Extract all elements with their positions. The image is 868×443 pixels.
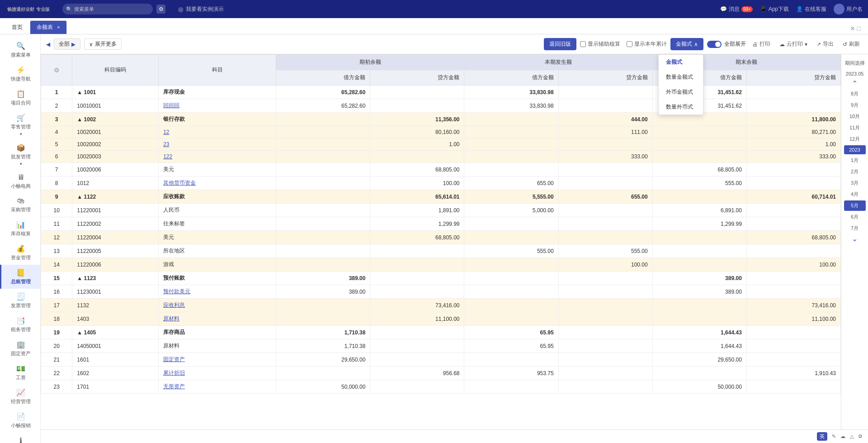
row-subject[interactable]: 无形资产	[159, 380, 276, 394]
period-year-2023-05[interactable]: 2023.05	[844, 69, 866, 78]
subject-link[interactable]: 其他货币资金	[163, 180, 196, 186]
sidebar-item-operation[interactable]: 📈 经营管理	[0, 385, 40, 409]
period-3[interactable]: 3月	[844, 178, 866, 188]
aux-checkbox-input[interactable]	[580, 41, 586, 47]
search-menu[interactable]: 🔍 搜索菜单	[62, 4, 153, 14]
sidebar-item-salary[interactable]: 💵 工资	[0, 361, 40, 385]
sidebar-item-capital[interactable]: 💰 资金管理	[0, 241, 40, 265]
online-service-btn[interactable]: 👤 在线客服	[796, 5, 826, 13]
print-btn[interactable]: 🖨 打印	[750, 39, 773, 49]
row-subject[interactable]: 应收利息	[159, 299, 276, 312]
row-subject[interactable]: 累计折旧	[159, 367, 276, 380]
table-row: 15 ▲ 1123 预付账款 389.00 389.00	[41, 272, 841, 285]
expand-all-toggle[interactable]	[707, 41, 722, 48]
sidebar-item-tax[interactable]: 📑 税务管理	[0, 313, 40, 337]
period-4[interactable]: 4月	[844, 189, 866, 200]
sidebar-item-project[interactable]: 📋 项目合同	[0, 86, 40, 110]
period-9[interactable]: 9月	[844, 100, 866, 110]
show-aux-checkbox[interactable]: 显示辅助核算	[580, 40, 620, 48]
period-down-arrow[interactable]: ⌄	[852, 234, 858, 243]
cloud-print-btn[interactable]: ☁ 云打印 ▾	[777, 39, 810, 49]
arrow-left-icon[interactable]: ◀	[46, 41, 50, 48]
sidebar-item-basic-info[interactable]: ℹ 基础信息	[0, 433, 40, 443]
yearly-checkbox-input[interactable]	[627, 41, 632, 47]
period-6[interactable]: 6月	[844, 212, 866, 222]
sidebar-item-wholesale[interactable]: 📦 批发管理 ▾	[0, 140, 40, 170]
period-2[interactable]: 2月	[844, 167, 866, 177]
dropdown-item-foreign-amount[interactable]: 外币金额式	[659, 85, 703, 100]
dropdown-item-qty-foreign[interactable]: 数量外币式	[659, 100, 703, 114]
period-2023[interactable]: 2023	[844, 145, 866, 154]
period-12[interactable]: 12月	[844, 134, 866, 144]
sidebar-item-invoice[interactable]: 🧾 发票管理	[0, 289, 40, 313]
row-subject[interactable]: 12	[159, 126, 276, 138]
subject-link[interactable]: 预付款美元	[163, 288, 190, 295]
view-mode-btn[interactable]: 金额式 ∧	[670, 38, 703, 50]
tab-balance[interactable]: 余额表 ×	[30, 20, 67, 34]
lang-icon[interactable]: 英	[817, 432, 827, 441]
row-cp-debit	[464, 353, 558, 367]
dropdown-item-amount[interactable]: 金额式	[659, 55, 703, 70]
subject-link[interactable]: 应收利息	[163, 302, 185, 308]
show-yearly-checkbox[interactable]: 显示本年累计	[627, 40, 667, 48]
row-subject[interactable]: 回回回	[159, 99, 276, 113]
period-7[interactable]: 7月	[844, 223, 866, 233]
sidebar-item-retail[interactable]: 🛒 零售管理 ▾	[0, 110, 40, 140]
return-old-btn[interactable]: 退回旧版	[544, 38, 576, 50]
subject-link[interactable]: 累计折旧	[163, 370, 185, 376]
row-cb-debit	[652, 299, 746, 312]
sidebar-item-general-ledger[interactable]: 📒 总账管理	[0, 265, 40, 289]
settings-icon[interactable]: ⚙	[156, 5, 165, 14]
table-settings-icon[interactable]: ⚙	[54, 67, 60, 74]
row-cp-debit: 655.00	[464, 176, 558, 190]
row-subject[interactable]: 固定资产	[159, 353, 276, 367]
period-1[interactable]: 1月	[844, 155, 866, 166]
message-btn[interactable]: 💬 消息 99+	[720, 5, 753, 13]
tab-close-btn[interactable]: ×	[57, 24, 60, 30]
expand-more-btn[interactable]: ∨ 展开更多	[84, 38, 122, 50]
row-no: 10	[41, 204, 72, 217]
config-icon[interactable]: ⚙	[858, 433, 863, 439]
sidebar-item-quick-nav[interactable]: ⚡ 快捷导航	[0, 62, 40, 86]
close-icon[interactable]: ✕	[850, 25, 855, 32]
row-no: 16	[41, 285, 72, 299]
subject-link[interactable]: 原材料	[163, 315, 179, 322]
sidebar-item-report[interactable]: 📄 小畅报销	[0, 409, 40, 433]
edit-icon[interactable]: ✎	[832, 433, 836, 439]
filter-tag[interactable]: 全部 ▶	[54, 38, 80, 50]
row-subject[interactable]: 23	[159, 138, 276, 151]
subject-link[interactable]: 固定资产	[163, 356, 185, 362]
tab-home[interactable]: 首页	[5, 21, 29, 34]
row-subject[interactable]: 122	[159, 151, 276, 163]
period-up-arrow[interactable]: ⌃	[852, 79, 858, 88]
sidebar-item-search[interactable]: 🔍 搜索菜单	[0, 38, 40, 62]
operation-icon: 📈	[16, 388, 25, 397]
triangle-icon[interactable]: △	[850, 433, 854, 439]
subject-link[interactable]: 122	[163, 153, 172, 160]
sidebar-item-purchase[interactable]: 🛍 采购管理	[0, 193, 40, 217]
period-8[interactable]: 8月	[844, 89, 866, 99]
period-10[interactable]: 10月	[844, 111, 866, 122]
row-subject[interactable]: 原材料	[159, 312, 276, 326]
subject-link[interactable]: 12	[163, 129, 169, 135]
demo-link[interactable]: ◎ 我要看实例演示	[169, 5, 717, 13]
period-11[interactable]: 11月	[844, 123, 866, 133]
cloud-icon[interactable]: ☁	[840, 433, 845, 439]
maximize-icon[interactable]: □	[857, 25, 861, 32]
sidebar-item-ecommerce[interactable]: 🖥 小畅电商	[0, 170, 40, 193]
th-subject: 科目	[159, 55, 276, 86]
app-download-btn[interactable]: 📱 App下载	[760, 5, 789, 13]
row-subject[interactable]: 预付款美元	[159, 285, 276, 299]
subject-link[interactable]: 无形资产	[163, 383, 185, 390]
user-avatar[interactable]: 用户名	[834, 4, 863, 14]
sidebar-item-fixed-assets[interactable]: 🏢 固定资产	[0, 337, 40, 361]
subject-link[interactable]: 23	[163, 141, 169, 148]
dropdown-item-qty-amount[interactable]: 数量金额式	[659, 70, 703, 85]
refresh-btn[interactable]: ↺ 刷新	[840, 39, 863, 49]
window-controls[interactable]: ✕ □	[848, 23, 863, 34]
sidebar-item-inventory[interactable]: 📊 库存核算	[0, 217, 40, 241]
export-btn[interactable]: ↗ 导出	[814, 39, 836, 49]
subject-link[interactable]: 回回回	[163, 102, 179, 109]
row-subject[interactable]: 其他货币资金	[159, 176, 276, 190]
period-5[interactable]: 5月	[844, 200, 866, 211]
